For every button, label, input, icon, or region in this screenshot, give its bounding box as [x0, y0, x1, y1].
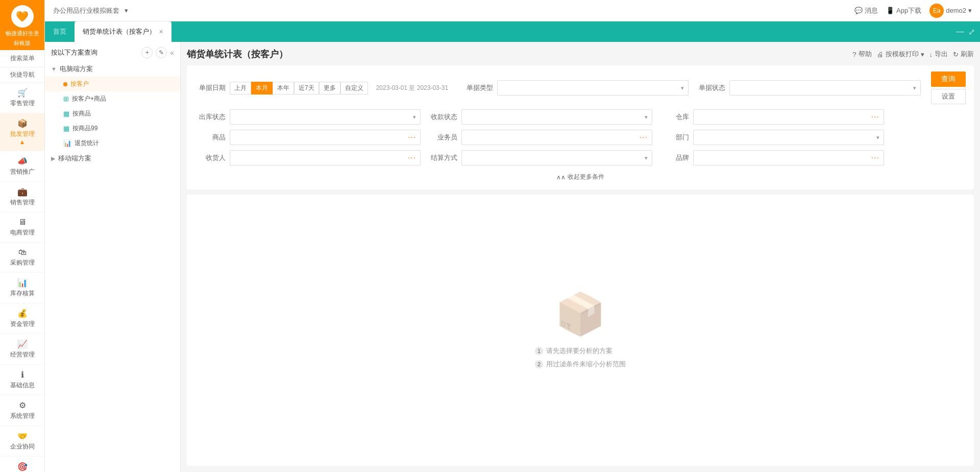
receiver-select[interactable]: ···	[230, 150, 421, 166]
out-status-select[interactable]: ▾	[230, 109, 421, 125]
receipt-status-label: 收款状态	[427, 112, 457, 122]
filter-row-2: 出库状态 ▾ 收款状态 ▾ 仓库	[195, 109, 966, 125]
retail-label: 零售管理	[2, 99, 42, 108]
sidebar-item-newbie[interactable]: 🎯 新手引导	[0, 457, 44, 472]
settlement-select[interactable]: ▾	[461, 150, 652, 166]
tab-sales-stat-label: 销货单统计表（按客户）	[83, 27, 156, 36]
page-title: 销货单统计表（按客户）	[187, 48, 288, 60]
tabbar: 首页 销货单统计表（按客户） ✕ — ⤢	[45, 21, 980, 42]
sidebar-item-retail[interactable]: 🛒 零售管理	[0, 83, 44, 113]
last7days-btn[interactable]: 近7天	[294, 82, 319, 95]
this-month-btn[interactable]: 本月	[251, 82, 273, 95]
scheme-by-goods[interactable]: ▦ 按商品	[45, 106, 180, 121]
out-status-label: 出库状态	[195, 112, 226, 122]
staff-select[interactable]: ···	[461, 130, 652, 145]
tab-sales-stat[interactable]: 销货单统计表（按客户） ✕	[75, 21, 172, 42]
sidebar-item-sales[interactable]: 💼 销售管理	[0, 182, 44, 213]
scheme-by-goods99[interactable]: ▦ 按商品99	[45, 121, 180, 136]
tab-minimize-button[interactable]: —	[956, 27, 964, 36]
message-button[interactable]: 💬 消息	[854, 6, 878, 15]
more-btn[interactable]: 更多	[319, 82, 340, 95]
dept-select[interactable]: ▾	[693, 130, 884, 145]
custom-btn[interactable]: 自定义	[340, 82, 368, 95]
left-panel-actions: + ✎ «	[141, 47, 174, 58]
collapse-button[interactable]: ∧∧ 收起更多条件	[550, 171, 610, 183]
collapse-panel-button[interactable]: «	[170, 49, 174, 57]
basic-icon: ℹ	[2, 370, 42, 380]
tree-desktop-parent[interactable]: ▼ 电脑端方案	[45, 61, 180, 77]
help-label: 帮助	[859, 50, 872, 59]
sidebar-item-system[interactable]: ⚙ 系统管理	[0, 395, 44, 426]
quick-nav[interactable]: 快捷导航	[0, 67, 44, 83]
tab-home[interactable]: 首页	[45, 21, 75, 42]
logo-icon: 🧡	[11, 5, 34, 28]
bill-status-select[interactable]: ▾	[729, 80, 921, 96]
sidebar-item-finance[interactable]: 💰 资金管理	[0, 303, 44, 334]
sidebar-item-enterprise[interactable]: 🤝 企业协同	[0, 426, 44, 457]
help-button[interactable]: ? 帮助	[852, 50, 871, 59]
scheme-by-goods99-label: 按商品99	[72, 124, 97, 133]
user-profile[interactable]: Ea demo2 ▾	[929, 4, 972, 18]
export-button[interactable]: ↓ 导出	[929, 50, 948, 59]
finance-icon: 💰	[2, 309, 42, 318]
goods-label: 商品	[195, 133, 226, 142]
tip1-number: 1	[535, 347, 543, 355]
filter-row-3: 商品 ··· 业务员 ··· 部门	[195, 130, 966, 145]
sidebar-item-marketing[interactable]: 📣 营销推广	[0, 151, 44, 182]
brand-select[interactable]: ···	[693, 150, 884, 166]
out-status-caret-icon: ▾	[413, 114, 416, 121]
refresh-button[interactable]: ↻ 刷新	[953, 50, 974, 59]
ecommerce-icon: 🖥	[2, 218, 42, 227]
scheme-by-customer[interactable]: 按客户	[45, 77, 180, 91]
sidebar-item-wholesale[interactable]: 📦 批发管理 ▲	[0, 113, 44, 151]
wholesale-label: 批发管理	[2, 130, 42, 138]
filter-row-1: 单据日期 上月 本月 本年 近7天 更多 自定义 2023-03-01 至 20…	[195, 72, 966, 104]
system-icon: ⚙	[2, 400, 42, 410]
template-print-button[interactable]: 🖨 按模板打印 ▾	[877, 50, 924, 59]
receipt-status-caret-icon: ▾	[645, 114, 648, 121]
empty-tip-1: 1 请先选择要分析的方案	[535, 344, 626, 358]
app-name: 畅捷通好生意	[6, 30, 39, 37]
receipt-status-select[interactable]: ▾	[461, 109, 652, 125]
search-menu-label: 搜索菜单	[3, 54, 41, 63]
search-menu[interactable]: 搜索菜单	[0, 50, 44, 67]
sidebar-item-operations[interactable]: 📈 经营管理	[0, 334, 44, 365]
bill-status-label: 单据状态	[695, 83, 725, 92]
app-download-button[interactable]: 📱 App下载	[886, 6, 921, 15]
tab-maximize-button[interactable]: ⤢	[968, 27, 975, 37]
tab-close-icon[interactable]: ✕	[159, 29, 163, 35]
sidebar-item-purchase[interactable]: 🛍 采购管理	[0, 243, 44, 273]
basic-label: 基础信息	[2, 381, 42, 390]
add-scheme-button[interactable]: +	[141, 47, 153, 58]
warehouse-select[interactable]: ···	[693, 109, 884, 125]
settings-button[interactable]: 设置	[931, 89, 966, 104]
query-button[interactable]: 查询	[931, 72, 966, 87]
tab-controls: — ⤢	[956, 27, 980, 37]
tip2-text: 用过滤条件来缩小分析范围	[546, 358, 626, 371]
staff-label: 业务员	[427, 133, 457, 142]
scheme-by-customer-goods[interactable]: ⊞ 按客户+商品	[45, 91, 180, 106]
goods-select[interactable]: ···	[230, 130, 421, 145]
left-panel-header: 按以下方案查询 + ✎ «	[45, 42, 180, 61]
sidebar-item-ecommerce[interactable]: 🖥 电商管理	[0, 213, 44, 243]
sidebar-item-inventory[interactable]: 📊 库存核算	[0, 273, 44, 303]
sidebar: 🧡 畅捷通好生意 标账版 搜索菜单 快捷导航 🛒 零售管理 📦 批发管理 ▲ 📣…	[0, 0, 45, 472]
marketing-icon: 📣	[2, 156, 42, 166]
scheme-return-stat[interactable]: 📊 退货统计	[45, 136, 180, 151]
system-label: 系统管理	[2, 412, 42, 420]
last-month-btn[interactable]: 上月	[230, 82, 251, 95]
left-panel: 按以下方案查询 + ✎ « ▼ 电脑端方案 按客户 ⊞ 按客户+商品	[45, 42, 181, 472]
tab-home-label: 首页	[53, 27, 66, 36]
topbar-dropdown-icon[interactable]: ▾	[125, 7, 128, 14]
edit-scheme-button[interactable]: ✎	[156, 47, 167, 58]
topbar-left: 办公用品行业模拟账套 ▾	[53, 6, 128, 15]
bill-type-select[interactable]: ▾	[497, 80, 689, 96]
tree-mobile-parent[interactable]: ▶ 移动端方案	[45, 151, 180, 166]
filter-row-4: 收货人 ··· 结算方式 ▾ 品牌	[195, 150, 966, 166]
chart-icon: 📊	[63, 139, 71, 147]
this-year-btn[interactable]: 本年	[273, 82, 294, 95]
content-area: 按以下方案查询 + ✎ « ▼ 电脑端方案 按客户 ⊞ 按客户+商品	[45, 42, 980, 472]
sales-icon: 💼	[2, 187, 42, 197]
sidebar-item-basic[interactable]: ℹ 基础信息	[0, 365, 44, 395]
scheme-by-customer-goods-label: 按客户+商品	[72, 95, 106, 103]
